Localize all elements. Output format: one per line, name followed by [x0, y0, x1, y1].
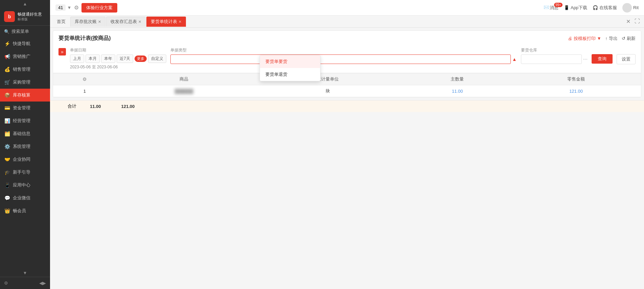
- nav-icon-purchase: 🛒: [4, 79, 10, 85]
- sidebar-item-membership[interactable]: 👑 畅会员: [0, 204, 50, 217]
- filter-type-input[interactable]: [170, 54, 511, 64]
- type-dropdown-menu: 要货单要货 要货单退货: [260, 55, 320, 81]
- table-footer: 合计 11.00 121.00: [50, 100, 644, 112]
- user-section[interactable]: Rit: [622, 3, 639, 13]
- nav-icon-operations: 📊: [4, 118, 10, 124]
- filter-date-range: 2023-05-06 至 2023-06-06: [70, 64, 166, 70]
- print-template-btn[interactable]: 🖨 按模板打印 ▼: [568, 36, 601, 42]
- export-btn[interactable]: ↑ 导出: [605, 36, 618, 42]
- user-avatar: [622, 3, 632, 13]
- cell-index: 1: [53, 85, 116, 97]
- tab-receive-summary[interactable]: 收发存汇总表 ✕: [106, 17, 146, 27]
- topbar-num-dropdown-icon[interactable]: ▼: [67, 5, 71, 10]
- nav-icon-enterprise: 🤝: [4, 156, 10, 162]
- filter-expand-btn[interactable]: »: [58, 48, 66, 55]
- message-icon: ✉️: [544, 5, 549, 11]
- sidebar-header: b 畅捷通好生意 标准版: [0, 8, 50, 26]
- sidebar-item-finance[interactable]: 💳 资金管理: [0, 102, 50, 114]
- page-title-actions: 🖨 按模板打印 ▼ ↑ 导出 ↺ 刷新: [568, 36, 636, 42]
- sidebar-item-inventory[interactable]: 📦 库存核算: [0, 89, 50, 102]
- filter-last-month-btn[interactable]: 上月: [70, 54, 84, 63]
- col-header-settings: ⚙: [53, 73, 116, 85]
- table-settings-icon[interactable]: ⚙: [82, 76, 87, 82]
- sidebar-scroll-down[interactable]: ▼: [0, 269, 50, 277]
- dropdown-item-order-goods[interactable]: 要货单要货: [260, 55, 320, 68]
- tabs-bar: 首页 库存批次账 ✕ 收发存汇总表 ✕ 要货单统计表 ✕ ✕ ⛶: [50, 16, 644, 28]
- sidebar-item-system[interactable]: ⚙️ 系统管理: [0, 140, 50, 153]
- table-row: 1 ██████ 块 11.00 121.00: [53, 85, 641, 97]
- topbar-right: ✉️ 消息 99+ 📱 App下载 🎧 在线客服 Rit: [544, 3, 639, 13]
- sidebar-item-quick-nav[interactable]: ⚡ 快捷导航: [0, 37, 50, 50]
- nav-icon-app-center: 📱: [4, 182, 10, 188]
- dropdown-item-order-return[interactable]: 要货单退货: [260, 68, 320, 81]
- collapse-icon[interactable]: ◀▶: [39, 281, 46, 286]
- content-card: 要货单统计表(按商品) 🖨 按模板打印 ▼ ↑ 导出 ↺ 刷新: [53, 30, 641, 97]
- sidebar-item-basics[interactable]: 🗂️ 基础信息: [0, 127, 50, 140]
- filter-custom-btn[interactable]: 自定义: [148, 54, 166, 63]
- nav-icon-system: ⚙️: [4, 143, 10, 150]
- nav-icon-inventory: 📦: [4, 92, 10, 98]
- online-service-btn[interactable]: 🎧 在线客服: [593, 5, 617, 11]
- main-area: 41 ▼ ⚙ 体验行业方案 ✉️ 消息 99+ 📱 App下载 🎧 在线客服: [50, 0, 644, 289]
- sidebar-item-purchase[interactable]: 🛒 采购管理: [0, 76, 50, 89]
- tab-close-window-btn[interactable]: ✕: [625, 18, 632, 25]
- tab-close-inventory-batch[interactable]: ✕: [98, 20, 101, 24]
- filter-settings-btn[interactable]: 设置: [617, 54, 636, 64]
- tab-maximize-btn[interactable]: ⛶: [633, 18, 641, 25]
- print-icon: 🖨: [568, 36, 572, 41]
- filter-this-month-btn[interactable]: 本月: [86, 54, 100, 63]
- filter-date-label: 单据日期: [70, 47, 166, 53]
- refresh-btn[interactable]: ↺ 刷新: [622, 36, 636, 42]
- tab-home[interactable]: 首页: [53, 17, 70, 27]
- sidebar-item-app-center[interactable]: 📱 应用中心: [0, 179, 50, 192]
- topbar-left: 41 ▼ ⚙ 体验行业方案: [55, 3, 540, 13]
- sidebar-item-marketing[interactable]: 📢 营销推广: [0, 50, 50, 63]
- sidebar-item-guide[interactable]: 🎓 新手引导: [0, 166, 50, 179]
- filter-query-btn[interactable]: 查询: [592, 54, 613, 64]
- app-download-btn[interactable]: 📱 App下载: [564, 5, 587, 11]
- topbar-settings-icon[interactable]: ⚙: [74, 4, 79, 11]
- tab-actions: ✕ ⛶: [625, 18, 641, 25]
- sidebar-search[interactable]: 🔍 搜索菜单: [0, 26, 50, 37]
- filter-warehouse-section: 要货仓库 ···: [521, 47, 588, 64]
- sidebar-item-enterprise[interactable]: 🤝 企业协同: [0, 153, 50, 166]
- tab-order-summary[interactable]: 要货单统计表 ✕: [146, 17, 186, 27]
- sidebar: ▲ b 畅捷通好生意 标准版 🔍 搜索菜单 ⚡ 快捷导航 📢 营销推广 💰 销售…: [0, 0, 50, 289]
- tab-close-receive-summary[interactable]: ✕: [138, 20, 141, 24]
- sidebar-footer: ⚙ ◀▶: [0, 277, 50, 289]
- message-section[interactable]: ✉️ 消息 99+: [544, 5, 558, 11]
- filter-date-section: 单据日期 上月 本月 本年 近7天 更多 自定义 2023-05-06 至 20…: [70, 47, 166, 70]
- footer-total-label: 合计: [68, 103, 76, 109]
- filter-warehouse-field[interactable]: [521, 54, 582, 64]
- page-title: 要货单统计表(按商品): [58, 35, 111, 42]
- tab-inventory-batch[interactable]: 库存批次账 ✕: [70, 17, 105, 27]
- filter-more-btn[interactable]: 更多: [135, 55, 147, 62]
- footer-totals: 11.00 121.00: [90, 104, 135, 109]
- nav-icon-basics: 🗂️: [4, 131, 10, 137]
- filter-warehouse-label: 要货仓库: [521, 47, 588, 53]
- topbar-num: 41: [55, 4, 66, 11]
- filter-this-year-btn[interactable]: 本年: [101, 54, 115, 63]
- col-header-amount: 零售金额: [511, 73, 641, 85]
- tab-close-order-summary[interactable]: ✕: [178, 20, 182, 24]
- cell-amount: 121.00: [511, 85, 641, 97]
- settings-icon[interactable]: ⚙: [4, 281, 8, 286]
- filter-type-section: 单据类型 ▲: [170, 47, 517, 64]
- page-content: 要货单统计表(按商品) 🖨 按模板打印 ▼ ↑ 导出 ↺ 刷新: [50, 28, 644, 289]
- filter-7days-btn[interactable]: 近7天: [117, 54, 133, 63]
- service-icon: 🎧: [593, 5, 598, 10]
- filter-type-dropdown-icon[interactable]: ▲: [512, 57, 517, 62]
- filter-warehouse-more-icon[interactable]: ···: [583, 56, 588, 62]
- industry-btn[interactable]: 体验行业方案: [81, 3, 117, 13]
- app-logo: b: [4, 11, 15, 22]
- nav-icon-wechat: 💬: [4, 195, 10, 201]
- cell-product: ██████: [116, 85, 252, 97]
- sidebar-item-wechat[interactable]: 💬 企业微信: [0, 192, 50, 204]
- sidebar-item-operations[interactable]: 📊 经营管理: [0, 114, 50, 127]
- print-dropdown-icon[interactable]: ▼: [597, 36, 601, 41]
- topbar: 41 ▼ ⚙ 体验行业方案 ✉️ 消息 99+ 📱 App下载 🎧 在线客服: [50, 0, 644, 16]
- sidebar-item-sales[interactable]: 💰 销售管理: [0, 63, 50, 76]
- sidebar-scroll-up[interactable]: ▲: [0, 0, 50, 8]
- nav-icon-finance: 💳: [4, 105, 10, 111]
- footer-amount: 121.00: [121, 104, 135, 109]
